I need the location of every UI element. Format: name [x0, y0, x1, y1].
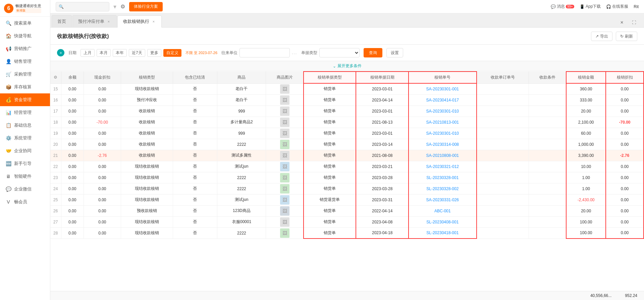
sidebar-item-enterprise[interactable]: 🤝企业协同 — [0, 144, 50, 157]
cell-verify-type: 收款核销 — [121, 105, 173, 117]
search-btn[interactable]: 查询 — [364, 48, 382, 57]
cell-product: 老白干 — [217, 94, 266, 105]
sidebar-label-marketing: 营销推广 — [14, 46, 32, 52]
cell-verify-amount: -2,430.00 — [566, 194, 606, 205]
refresh-btn[interactable]: ↻ 刷新 — [616, 32, 637, 41]
sidebar-item-finance[interactable]: 💰资金管理 — [0, 93, 50, 106]
sidebar-item-vip[interactable]: V畅会员 — [0, 196, 50, 208]
sidebar-item-shortcut[interactable]: 🏠快捷导航 — [0, 30, 50, 42]
refresh-icon: ↻ — [620, 34, 624, 39]
cell-receipt-order-no — [477, 105, 529, 117]
cell-verify-bill-type: 销货单 — [304, 205, 356, 216]
cell-cash-discount: 0.00 — [84, 139, 121, 150]
product-img: 🖼 — [280, 106, 289, 116]
cell-verify-bill-no[interactable]: SL-20230408-001 — [409, 216, 477, 227]
sidebar-item-guide[interactable]: 🆕新手引导 — [0, 157, 50, 170]
cell-verify-bill-date: 2023-03-31 — [356, 194, 409, 205]
date-this-year[interactable]: 本年 — [113, 49, 127, 57]
logo-icon: 6 — [4, 4, 13, 13]
cell-verify-bill-no[interactable]: SA-20230301-010 — [409, 128, 477, 139]
sidebar-item-wechat[interactable]: 💬企业微信 — [0, 183, 50, 196]
sidebar-item-search[interactable]: 🔍搜索菜单 — [0, 17, 50, 30]
sidebar-item-purchase[interactable]: 🛒采购管理 — [0, 68, 50, 81]
cell-verify-bill-no[interactable]: SA-20210813-001 — [409, 117, 477, 128]
tab-collection[interactable]: 收款核销执行× — [117, 15, 162, 28]
expand-icon[interactable]: ⛶ — [629, 18, 639, 27]
date-this-month[interactable]: 本月 — [97, 49, 111, 57]
date-last-month[interactable]: 上月 — [80, 49, 95, 57]
filter-toggle-btn[interactable]: » — [57, 49, 64, 56]
product-img: 🖼 — [280, 95, 289, 105]
cell-verify-bill-no[interactable]: SA-20230314-008 — [409, 139, 477, 150]
tab-close-prepay[interactable]: × — [106, 19, 111, 24]
cell-verify-type: 现结收款核销 — [121, 83, 173, 94]
table-row: 15 0.00 0.00 现结收款核销 否 老白干 🖼 销货单 2023-03-… — [50, 83, 644, 94]
cell-verify-bill-no[interactable]: SA-20230331-026 — [409, 194, 477, 205]
filter-dates: 上月 本月 本年 近7天 更多 自定义 — [80, 49, 181, 57]
cell-verify-bill-no[interactable]: SL-20230418-001 — [409, 227, 477, 239]
receipt-type-select[interactable] — [319, 48, 360, 57]
export-btn[interactable]: ↗ 导出 — [591, 32, 612, 41]
cell-product: 衣服00001 — [217, 216, 266, 227]
cell-receipt-order-no — [477, 205, 529, 216]
cell-verify-bill-no[interactable]: SL-20230328-002 — [409, 183, 477, 194]
top-search[interactable]: 🔍 — [56, 2, 109, 11]
product-img: 🖼 — [280, 162, 289, 171]
sidebar-icon-marketing: 📢 — [5, 46, 11, 52]
cell-verify-bill-no[interactable]: SA-20230414-017 — [409, 94, 477, 105]
sidebar-item-marketing[interactable]: 📢营销推广 — [0, 42, 50, 55]
cell-verify-discount: 0.00 — [606, 216, 644, 227]
date-custom[interactable]: 自定义 — [163, 49, 181, 57]
message-area[interactable]: 💬 消息 99+ — [551, 4, 574, 9]
tab-close-collection[interactable]: × — [151, 19, 156, 24]
partner-input[interactable] — [239, 48, 290, 57]
cell-verify-discount: -2.76 — [606, 150, 644, 161]
date-more[interactable]: 更多 — [147, 49, 161, 57]
sidebar-item-operations[interactable]: 📊经营管理 — [0, 106, 50, 119]
cell-verify-bill-date: 2023-03-28 — [356, 172, 409, 183]
sidebar-item-sales[interactable]: 👤销售管理 — [0, 55, 50, 68]
tab-prepay[interactable]: 预付冲应付单× — [72, 15, 117, 27]
cell-include-settled: 否 — [173, 194, 217, 205]
cell-verify-bill-no[interactable]: SA-20230321-012 — [409, 161, 477, 172]
online-service[interactable]: 🎧 在线客服 — [606, 4, 628, 9]
close-tab-icon[interactable]: ✕ — [617, 18, 627, 27]
industry-btn[interactable]: 体验行业方案 — [129, 2, 163, 11]
sidebar-item-system[interactable]: ⚙️系统管理 — [0, 132, 50, 144]
sidebar-item-hardware[interactable]: 🖥智能硬件 — [0, 170, 50, 183]
cell-product-img: 🖼 — [266, 194, 304, 205]
tab-home[interactable]: 首页 — [52, 15, 72, 27]
filter-settings-btn[interactable]: 设置 — [386, 48, 403, 57]
th-verify-bill-type: 核销单据类型 — [304, 72, 356, 83]
expand-conditions-btn[interactable]: ⌄ 展开更多条件 — [333, 63, 362, 69]
cell-cash-discount: 0.00 — [84, 105, 121, 117]
table-row: 16 0.00 0.00 预付冲应收 否 老白干 🖼 销货单 2023-04-1… — [50, 94, 644, 105]
cell-verify-bill-type: 销货单 — [304, 172, 356, 183]
cell-verify-amount: 60.00 — [566, 128, 606, 139]
sidebar-label-vip: 畅会员 — [14, 199, 27, 205]
date-7days[interactable]: 近7天 — [129, 49, 145, 57]
sidebar-icon-sales: 👤 — [5, 58, 11, 65]
product-img: 🖼 — [280, 151, 289, 160]
cell-verify-bill-no[interactable]: SA-20230301-001 — [409, 83, 477, 94]
settings-icon[interactable]: ⚙ — [120, 3, 125, 10]
table-row: 18 0.00 -70.00 收款核销 否 多计量商品2 🖼 销货单 2021-… — [50, 117, 644, 128]
row-num: 18 — [50, 117, 61, 128]
cell-product: 老白干 — [217, 83, 266, 94]
user-name[interactable]: Rit — [634, 4, 639, 9]
cell-verify-bill-no[interactable]: SA-20210808-001 — [409, 150, 477, 161]
sidebar-item-base[interactable]: 📋基础信息 — [0, 119, 50, 132]
sidebar-item-inventory[interactable]: 📦库存核算 — [0, 81, 50, 93]
app-download[interactable]: 📱 App下载 — [580, 4, 601, 9]
tabs-bar: 首页预付冲应付单×收款核销执行× ✕ ⛶ — [50, 13, 644, 28]
cell-verify-bill-no[interactable]: ABC-001 — [409, 205, 477, 216]
receipt-type-label: 单据类型 — [301, 50, 317, 56]
sidebar-label-base: 基础信息 — [14, 122, 32, 128]
cell-verify-bill-no[interactable]: SA-20230301-010 — [409, 105, 477, 117]
cell-verify-bill-no[interactable]: SL-20230328-001 — [409, 172, 477, 183]
th-settings[interactable]: ⚙ — [50, 72, 61, 83]
cell-verify-discount: 0.00 — [606, 139, 644, 150]
th-receipt-condition: 收款条件 — [529, 72, 566, 83]
product-img: 🖼 — [280, 195, 289, 205]
sidebar-icon-vip: V — [5, 199, 11, 205]
